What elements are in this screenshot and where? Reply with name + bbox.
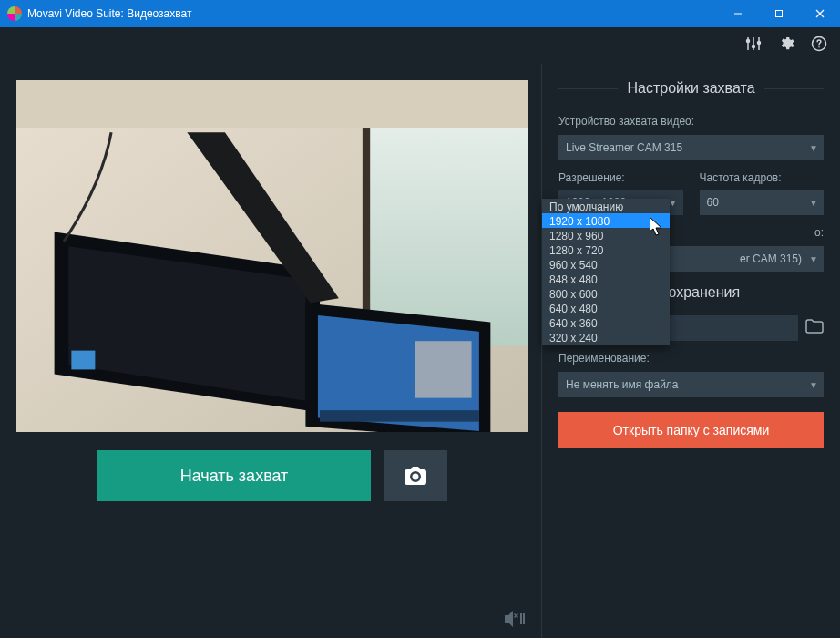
rename-value: Не менять имя файла — [566, 378, 679, 391]
chevron-down-icon: ▼ — [809, 254, 818, 264]
svg-rect-18 — [71, 351, 95, 370]
resolution-dropdown[interactable]: По умолчанию1920 x 10801280 x 9601280 x … — [542, 199, 670, 345]
app-icon — [7, 6, 22, 21]
maximize-button[interactable] — [758, 0, 799, 27]
open-recordings-folder-button[interactable]: Открыть папку c записями — [558, 412, 824, 448]
left-pane: Начать захват — [0, 64, 541, 638]
toolbar — [0, 27, 840, 64]
equalizer-icon[interactable] — [745, 36, 762, 56]
audio-device-value-tail: er CAM 315) — [740, 252, 802, 265]
resolution-option[interactable]: 640 x 480 — [542, 301, 670, 315]
gear-icon[interactable] — [778, 36, 794, 56]
close-button[interactable] — [799, 0, 840, 27]
minimize-button[interactable] — [717, 0, 758, 27]
svg-rect-15 — [16, 80, 528, 128]
settings-panel: Настройки захвата Устройство захвата вид… — [541, 64, 840, 638]
resolution-option[interactable]: 1280 x 960 — [542, 228, 670, 242]
resolution-option[interactable]: 320 x 240 — [542, 330, 670, 345]
video-device-value: Live Streamer CAM 315 — [566, 141, 682, 154]
resolution-option[interactable]: 640 x 360 — [542, 315, 670, 330]
resolution-option[interactable]: 960 x 540 — [542, 257, 670, 272]
fps-label: Частота кадров: — [700, 171, 825, 184]
chevron-down-icon: ▼ — [809, 198, 818, 208]
capture-controls: Начать захват — [16, 450, 528, 501]
chevron-down-icon: ▼ — [809, 380, 818, 390]
chevron-down-icon: ▼ — [809, 143, 818, 153]
svg-rect-22 — [320, 410, 479, 421]
main: Начать захват Настройки захвата Устройст… — [0, 64, 840, 638]
svg-point-5 — [747, 40, 750, 43]
start-capture-button[interactable]: Начать захват — [97, 450, 371, 501]
fps-select[interactable]: 60 ▼ — [700, 190, 825, 215]
resolution-option[interactable]: 1280 x 720 — [542, 242, 670, 257]
svg-rect-24 — [520, 613, 522, 624]
resolution-label: Разрешение: — [558, 171, 683, 184]
resolution-option[interactable]: 1920 x 1080 — [542, 213, 670, 228]
svg-rect-25 — [523, 613, 525, 624]
svg-point-7 — [753, 46, 755, 48]
folder-icon — [805, 319, 824, 334]
titlebar: Movavi Video Suite: Видеозахват — [0, 0, 840, 27]
window-controls — [717, 0, 840, 27]
audio-mute-icon[interactable] — [505, 611, 525, 631]
rename-label: Переименование: — [558, 352, 824, 365]
resolution-option[interactable]: По умолчанию — [542, 199, 670, 213]
fps-value: 60 — [707, 196, 719, 209]
help-icon[interactable] — [811, 36, 827, 56]
capture-settings-title: Настройки захвата — [558, 80, 824, 97]
svg-point-11 — [818, 46, 820, 48]
snapshot-button[interactable] — [384, 450, 447, 501]
video-device-select[interactable]: Live Streamer CAM 315 ▼ — [558, 135, 824, 160]
svg-rect-21 — [415, 341, 471, 397]
video-preview — [16, 80, 528, 432]
browse-folder-button[interactable] — [805, 319, 824, 337]
resolution-option[interactable]: 800 x 600 — [542, 286, 670, 301]
video-device-label: Устройство захвата видео: — [558, 115, 824, 128]
resolution-option[interactable]: 848 x 480 — [542, 272, 670, 286]
svg-rect-1 — [775, 11, 782, 17]
camera-icon — [405, 467, 426, 485]
svg-point-9 — [758, 42, 761, 45]
window-title: Movavi Video Suite: Видеозахват — [27, 7, 717, 20]
chevron-down-icon: ▼ — [669, 198, 678, 208]
rename-select[interactable]: Не менять имя файла ▼ — [558, 372, 824, 397]
